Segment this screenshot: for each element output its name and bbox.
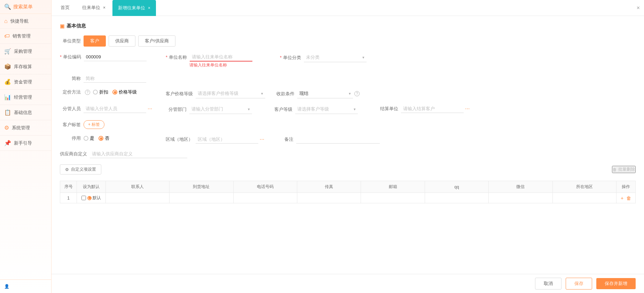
sidebar-item-label: 销售管理 xyxy=(13,33,31,39)
col-phone: 电话号码 xyxy=(233,181,297,193)
row-fax-input[interactable] xyxy=(301,196,357,201)
row-default-check[interactable]: 默认 xyxy=(77,193,106,203)
manager-more-icon[interactable]: ··· xyxy=(148,106,152,112)
unit-type-supplier-btn[interactable]: 供应商 xyxy=(109,35,135,47)
unit-type-customer-btn[interactable]: 客户 xyxy=(84,35,106,47)
unit-code-input[interactable] xyxy=(84,53,147,61)
remark-input[interactable] xyxy=(296,135,380,144)
department-select[interactable]: 请输入分管部门 ▾ xyxy=(189,105,252,114)
disabled-field: 停用 是 否 xyxy=(60,135,157,141)
price-level-select[interactable]: 请选择客户价格等级 ▾ xyxy=(196,89,265,98)
save-button[interactable]: 保存 xyxy=(566,278,592,290)
price-level-placeholder: 请选择客户价格等级 xyxy=(198,90,238,97)
row-email[interactable] xyxy=(361,193,425,203)
region-more-icon[interactable]: ··· xyxy=(260,136,264,143)
settlement-more-icon[interactable]: ··· xyxy=(465,106,470,112)
price-level-label: 客户价格等级 xyxy=(166,91,193,97)
pricing-discount-circle xyxy=(93,90,98,95)
tab-new-partner-close[interactable]: × xyxy=(148,6,150,10)
disabled-no-radio[interactable]: 否 xyxy=(99,135,109,141)
pricing-discount-label: 折扣 xyxy=(99,89,108,95)
row-address-input[interactable] xyxy=(173,196,229,201)
main-area: 首页 往来单位 × 新增往来单位 × × ▣ 基本信息 单位类型 客户 供应商 … xyxy=(52,0,644,293)
tab-bar-close-all[interactable]: × xyxy=(637,5,640,11)
pricing-discount-radio[interactable]: 折扣 xyxy=(93,89,108,95)
sidebar-item-quick-nav[interactable]: ⌂ 快捷导航 xyxy=(0,14,51,29)
sidebar-item-sales[interactable]: 🏷 销售管理 xyxy=(0,29,51,44)
row-email-input[interactable] xyxy=(364,196,421,201)
pricing-level-radio[interactable]: 价格等级 xyxy=(112,89,137,95)
tab-new-partner-label: 新增往来单位 xyxy=(118,5,145,11)
row-wechat-input[interactable] xyxy=(492,196,549,201)
row-delete-btn[interactable]: 🗑 xyxy=(626,195,631,201)
disabled-no-label: 否 xyxy=(105,135,109,141)
short-name-input[interactable] xyxy=(84,74,146,83)
sidebar-item-operation[interactable]: 📊 经营管理 xyxy=(0,90,51,105)
region-input[interactable] xyxy=(196,135,258,144)
add-tag-button[interactable]: + 标签 xyxy=(84,120,104,129)
customer-level-select[interactable]: 请选择客户等级 ▾ xyxy=(295,105,358,114)
tab-partners[interactable]: 往来单位 × xyxy=(77,0,111,16)
cancel-button[interactable]: 取消 xyxy=(535,278,561,290)
tab-new-partner[interactable]: 新增往来单位 × xyxy=(112,0,156,16)
row-address[interactable] xyxy=(170,193,233,203)
batch-delete-button[interactable]: 🗑 批量删除 xyxy=(612,166,636,173)
payment-terms-select[interactable]: 现结 ▾ xyxy=(297,89,353,98)
row-wechat[interactable] xyxy=(489,193,552,203)
remark-field: 备注 xyxy=(273,135,380,144)
manager-row: 分管人员 ··· 分管部门 请输入分管部门 ▾ 客户等级 请选择客户等级 ▾ xyxy=(60,105,636,114)
disabled-yes-radio[interactable]: 是 xyxy=(84,135,94,141)
disabled-label: 停用 xyxy=(60,135,81,141)
section-title-label: 基本信息 xyxy=(66,23,86,29)
gear-icon: ⚙ xyxy=(4,124,9,131)
row-contact-input[interactable] xyxy=(109,196,166,201)
sidebar-item-guide[interactable]: 📌 新手引导 xyxy=(0,136,51,151)
sidebar-item-purchase[interactable]: 🛒 采购管理 xyxy=(0,44,51,59)
tab-partners-close[interactable]: × xyxy=(103,5,105,10)
row-fax[interactable] xyxy=(297,193,361,203)
row-checkbox[interactable] xyxy=(81,196,86,200)
clipboard-icon: 📋 xyxy=(4,109,11,116)
unit-category-value: 未分类 xyxy=(306,54,320,60)
col-region: 所在地区 xyxy=(552,181,616,193)
row-region-input[interactable] xyxy=(556,196,613,201)
save-new-button[interactable]: 保存并新增 xyxy=(596,278,636,289)
row-phone-input[interactable] xyxy=(237,196,293,201)
unit-category-label: 单位分类 xyxy=(280,55,301,61)
custom-settings-button[interactable]: ⚙ 自定义项设置 xyxy=(60,164,101,174)
search-menu[interactable]: 🔍 搜索菜单 xyxy=(0,0,51,14)
tags-label: 客户标签 xyxy=(60,122,81,128)
unit-name-field-wrapper: 单位名称 请输入往来单位名称 xyxy=(166,53,272,68)
settlement-unit-input[interactable] xyxy=(401,105,464,113)
search-icon: 🔍 xyxy=(4,3,11,10)
row-phone[interactable] xyxy=(233,193,297,203)
sidebar-item-finance[interactable]: 💰 资金管理 xyxy=(0,74,51,90)
pricing-method-help[interactable]: ? xyxy=(85,90,90,95)
settlement-unit-label: 结算单位 xyxy=(377,106,398,112)
row-default-radio[interactable] xyxy=(87,196,92,200)
sidebar-item-system[interactable]: ⚙ 系统管理 xyxy=(0,120,51,136)
settings-gear-icon: ⚙ xyxy=(65,167,69,172)
tag-icon: 🏷 xyxy=(4,33,10,39)
unit-name-input[interactable] xyxy=(190,53,252,62)
unit-type-field: 单位类型 客户 供应商 客户/供应商 xyxy=(60,35,175,47)
row-contact[interactable] xyxy=(105,193,169,203)
unit-name-label: 单位名称 xyxy=(166,54,187,60)
row-qq[interactable] xyxy=(425,193,488,203)
row-add-btn[interactable]: + xyxy=(621,195,623,201)
unit-category-select[interactable]: 未分类 ▾ xyxy=(304,53,367,62)
tab-home[interactable]: 首页 xyxy=(55,0,75,16)
row-qq-input[interactable] xyxy=(429,196,485,201)
supplier-custom-input[interactable] xyxy=(90,150,187,158)
unit-type-both-btn[interactable]: 客户/供应商 xyxy=(138,35,175,47)
sidebar-item-basic[interactable]: 📋 基础信息 xyxy=(0,105,51,120)
customer-level-label: 客户等级 xyxy=(272,106,292,113)
sidebar-item-inventory[interactable]: 📦 库存核算 xyxy=(0,59,51,74)
payment-terms-help[interactable]: ? xyxy=(354,91,360,96)
manager-input[interactable] xyxy=(84,105,146,113)
customer-level-field: 客户等级 请选择客户等级 ▾ xyxy=(272,105,369,114)
cart-icon: 🛒 xyxy=(4,48,11,55)
contact-table: 序号 设为默认 联系人 到货地址 电话号码 传真 邮箱 qq 微信 所在地区 操… xyxy=(60,181,636,203)
unit-code-field: 单位编码 xyxy=(60,53,157,61)
row-region[interactable] xyxy=(552,193,616,203)
